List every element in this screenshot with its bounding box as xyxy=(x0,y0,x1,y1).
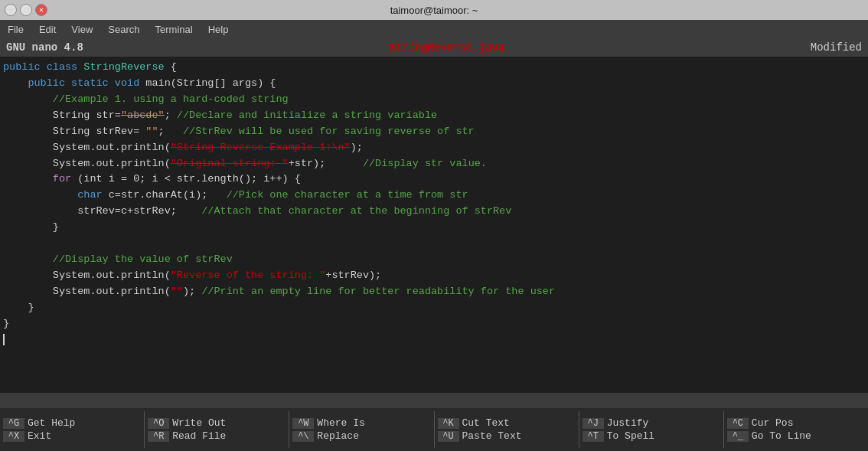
label-to-spell: To Spell xyxy=(607,430,654,442)
key-go-to-line: ^_ xyxy=(727,431,749,442)
shortcut-to-spell[interactable]: ^T To Spell xyxy=(581,430,722,443)
label-paste-text: Paste Text xyxy=(462,430,522,442)
key-write-out: ^O xyxy=(148,418,169,429)
label-go-to-line: Go To Line xyxy=(752,430,811,442)
key-replace: ^\ xyxy=(292,431,314,442)
shortcut-exit[interactable]: ^X Exit xyxy=(2,430,142,443)
shortcut-group-3: ^W Where Is ^\ Replace xyxy=(289,408,433,451)
key-cut-text: ^K xyxy=(438,418,459,429)
shortcut-write-out[interactable]: ^O Write Out xyxy=(146,417,287,430)
label-get-help: Get Help xyxy=(28,417,75,429)
window-title: taimoor@taimoor: ~ xyxy=(51,5,817,16)
shortcut-replace[interactable]: ^\ Replace xyxy=(291,430,432,443)
menu-view[interactable]: View xyxy=(67,23,97,36)
key-exit: ^X xyxy=(3,431,24,442)
editor-area[interactable]: public class StringReverse { public stat… xyxy=(0,57,868,393)
nano-header: GNU nano 4.8 StringReverse.java Modified xyxy=(0,38,868,57)
shortcut-group-4: ^K Cut Text ^U Paste Text xyxy=(435,408,579,451)
label-where-is: Where Is xyxy=(317,417,364,429)
menu-bar: File Edit View Search Terminal Help xyxy=(0,20,868,38)
label-exit: Exit xyxy=(28,430,51,442)
menu-terminal[interactable]: Terminal xyxy=(151,23,197,36)
shortcut-cut-text[interactable]: ^K Cut Text xyxy=(436,417,577,430)
restore-button[interactable]: □ xyxy=(20,4,32,16)
label-cut-text: Cut Text xyxy=(462,417,510,429)
key-where-is: ^W xyxy=(292,418,314,429)
label-cur-pos: Cur Pos xyxy=(752,417,794,429)
menu-help[interactable]: Help xyxy=(204,23,233,36)
nano-filename: StringReverse.java xyxy=(389,41,504,54)
shortcut-cur-pos[interactable]: ^C Cur Pos xyxy=(726,417,866,430)
close-button[interactable]: ✕ xyxy=(35,4,47,16)
shortcut-group-5: ^J Justify ^T To Spell xyxy=(579,408,723,451)
menu-file[interactable]: File xyxy=(3,23,28,36)
label-justify: Justify xyxy=(607,417,649,429)
nano-modified-status: Modified xyxy=(811,41,862,54)
title-bar: ─ □ ✕ taimoor@taimoor: ~ xyxy=(0,0,868,20)
status-bar xyxy=(0,393,868,408)
shortcut-go-to-line[interactable]: ^_ Go To Line xyxy=(726,430,866,443)
key-read-file: ^R xyxy=(148,431,169,442)
menu-search[interactable]: Search xyxy=(103,23,144,36)
shortcut-where-is[interactable]: ^W Where Is xyxy=(291,417,432,430)
shortcuts-bar: ^G Get Help ^X Exit ^O Write Out ^R Read… xyxy=(0,408,868,451)
key-to-spell: ^T xyxy=(582,431,604,442)
key-justify: ^J xyxy=(582,418,604,429)
key-cur-pos: ^C xyxy=(727,418,749,429)
nano-version: GNU nano 4.8 xyxy=(6,41,83,54)
shortcut-paste-text[interactable]: ^U Paste Text xyxy=(436,430,577,443)
label-write-out: Write Out xyxy=(172,417,226,429)
shortcut-read-file[interactable]: ^R Read File xyxy=(146,430,287,443)
minimize-button[interactable]: ─ xyxy=(5,4,17,16)
label-replace: Replace xyxy=(317,430,359,442)
shortcut-group-6: ^C Cur Pos ^_ Go To Line xyxy=(724,408,868,451)
menu-edit[interactable]: Edit xyxy=(34,23,60,36)
label-read-file: Read File xyxy=(172,430,226,442)
key-get-help: ^G xyxy=(3,418,24,429)
key-paste-text: ^U xyxy=(438,431,459,442)
shortcut-group-2: ^O Write Out ^R Read File xyxy=(145,408,289,451)
shortcut-justify[interactable]: ^J Justify xyxy=(581,417,722,430)
shortcut-group-1: ^G Get Help ^X Exit xyxy=(0,408,144,451)
shortcut-get-help[interactable]: ^G Get Help xyxy=(2,417,142,430)
